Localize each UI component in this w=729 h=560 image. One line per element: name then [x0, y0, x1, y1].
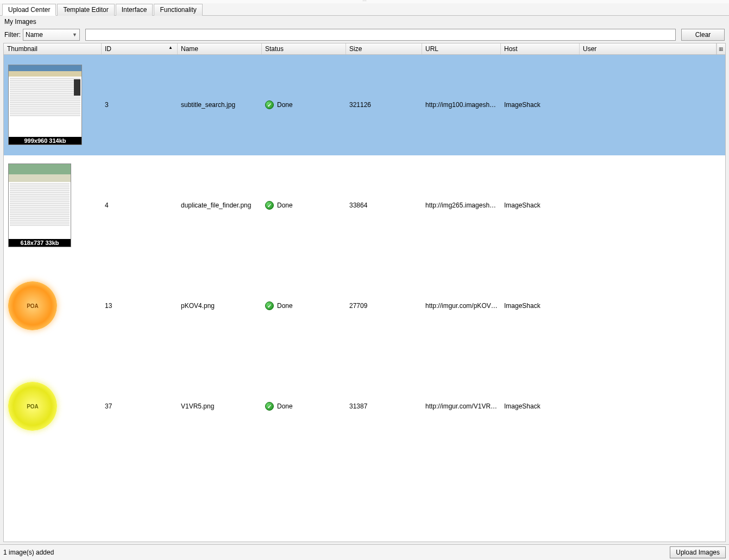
size-cell: 27709: [346, 300, 422, 311]
table-row[interactable]: POA37V1VR5.png✓Done31387http://imgur.com…: [4, 356, 725, 457]
table-body: 999x960 314kb3subtitle_search.jpg✓Done32…: [4, 55, 725, 542]
images-table: Thumbnail ID ▲ Name Status Size URL Host…: [3, 43, 726, 542]
col-size[interactable]: Size: [346, 43, 422, 54]
status-text: 1 image(s) added: [3, 549, 54, 556]
url-cell: http://imgur.com/pKOV4....: [422, 300, 501, 311]
host-cell: ImageShack: [501, 401, 580, 412]
filter-input[interactable]: [85, 29, 676, 41]
clear-button[interactable]: Clear: [681, 29, 725, 41]
col-name[interactable]: Name: [178, 43, 262, 54]
name-cell: pKOV4.png: [178, 300, 262, 311]
status-bar: 1 image(s) added Upload Images: [0, 544, 729, 560]
id-cell: 3: [102, 99, 178, 110]
thumbnail-cell: 618x737 33kb: [4, 159, 102, 251]
filter-field-select[interactable]: Name ▼: [23, 29, 80, 41]
id-cell: 13: [102, 300, 178, 311]
filter-bar: Filter: Name ▼ Clear: [0, 27, 729, 43]
status-text: Done: [277, 202, 293, 209]
status-cell: ✓Done: [262, 400, 346, 412]
check-icon: ✓: [265, 402, 274, 411]
user-cell: [580, 405, 725, 408]
col-user[interactable]: User: [580, 43, 717, 54]
badge-icon: POA: [8, 281, 57, 330]
badge-icon: POA: [8, 382, 57, 431]
status-text: Done: [277, 101, 293, 109]
table-row[interactable]: 999x960 314kb3subtitle_search.jpg✓Done32…: [4, 55, 725, 155]
col-thumbnail[interactable]: Thumbnail: [4, 43, 102, 54]
host-cell: ImageShack: [501, 300, 580, 311]
table-header: Thumbnail ID ▲ Name Status Size URL Host…: [4, 43, 725, 55]
table-row[interactable]: 618x737 33kb4duplicate_file_finder.png✓D…: [4, 155, 725, 256]
tab-functionality[interactable]: Functionality: [154, 4, 202, 16]
check-icon: ✓: [265, 301, 274, 310]
name-cell: subtitle_search.jpg: [178, 99, 262, 110]
tab-template-editor[interactable]: Template Editor: [57, 4, 114, 16]
tab-interface[interactable]: Interface: [116, 4, 153, 16]
column-config-icon[interactable]: ▦: [717, 43, 725, 54]
col-id-label: ID: [105, 45, 111, 53]
name-cell: duplicate_file_finder.png: [178, 200, 262, 211]
col-id[interactable]: ID ▲: [102, 43, 178, 54]
col-status[interactable]: Status: [262, 43, 346, 54]
url-cell: http://img265.imageshack...: [422, 200, 501, 211]
chevron-down-icon: ▼: [72, 32, 77, 37]
url-cell: http://img100.imageshack...: [422, 99, 501, 110]
thumbnail-cell: 999x960 314kb: [4, 60, 102, 149]
filter-label: Filter:: [4, 31, 21, 39]
thumbnail-cell: POA: [4, 277, 102, 335]
check-icon: ✓: [265, 100, 274, 109]
user-cell: [580, 204, 725, 207]
upload-images-button[interactable]: Upload Images: [670, 546, 726, 558]
host-cell: ImageShack: [501, 99, 580, 110]
name-cell: V1VR5.png: [178, 401, 262, 412]
size-cell: 321126: [346, 99, 422, 110]
thumbnail-cell: POA: [4, 377, 102, 435]
col-host[interactable]: Host: [501, 43, 580, 54]
filter-select-value: Name: [26, 31, 43, 39]
id-cell: 37: [102, 401, 178, 412]
size-cell: 31387: [346, 401, 422, 412]
col-url[interactable]: URL: [422, 43, 501, 54]
main-tabs: Upload CenterTemplate EditorInterfaceFun…: [0, 3, 729, 16]
status-cell: ✓Done: [262, 300, 346, 312]
status-cell: ✓Done: [262, 199, 346, 211]
status-text: Done: [277, 402, 293, 410]
tab-upload-center[interactable]: Upload Center: [2, 4, 56, 16]
sort-asc-icon: ▲: [168, 45, 173, 50]
id-cell: 4: [102, 200, 178, 211]
check-icon: ✓: [265, 201, 274, 210]
host-cell: ImageShack: [501, 200, 580, 211]
thumbnail-caption: 999x960 314kb: [9, 137, 81, 144]
section-title: My Images: [0, 16, 729, 27]
user-cell: [580, 304, 725, 307]
status-text: Done: [277, 302, 293, 310]
thumbnail-caption: 618x737 33kb: [9, 239, 71, 247]
table-row[interactable]: POA13pKOV4.png✓Done27709http://imgur.com…: [4, 256, 725, 356]
size-cell: 33864: [346, 200, 422, 211]
user-cell: [580, 103, 725, 106]
status-cell: ✓Done: [262, 99, 346, 111]
url-cell: http://imgur.com/V1VR5.p...: [422, 401, 501, 412]
